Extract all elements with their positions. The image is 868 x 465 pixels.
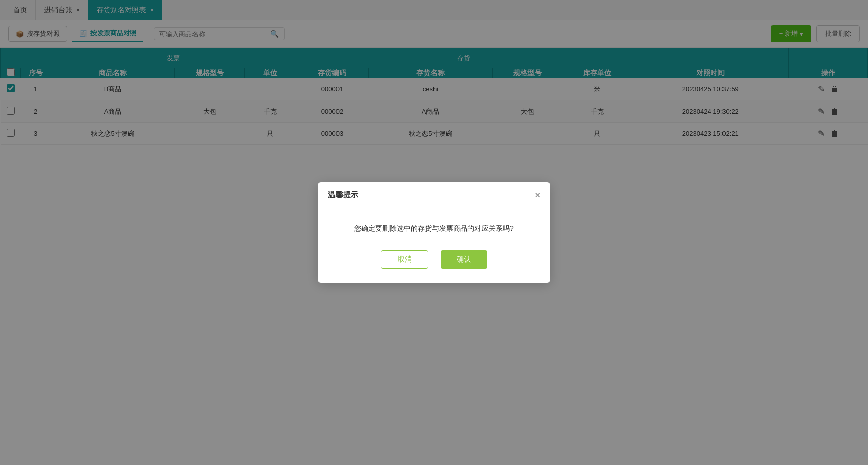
dialog-title: 温馨提示 — [328, 190, 358, 200]
dialog-cancel-button[interactable]: 取消 — [381, 250, 428, 269]
dialog-body: 您确定要删除选中的存货与发票商品的对应关系吗? — [318, 206, 550, 246]
confirm-dialog: 温馨提示 × 您确定要删除选中的存货与发票商品的对应关系吗? 取消 确认 — [318, 182, 550, 282]
dialog-footer: 取消 确认 — [318, 246, 550, 283]
dialog-header: 温馨提示 × — [318, 182, 550, 206]
dialog-close-icon[interactable]: × — [535, 191, 540, 200]
modal-overlay: 温馨提示 × 您确定要删除选中的存货与发票商品的对应关系吗? 取消 确认 — [0, 0, 868, 465]
dialog-message: 您确定要删除选中的存货与发票商品的对应关系吗? — [354, 224, 514, 232]
dialog-confirm-button[interactable]: 确认 — [441, 250, 487, 269]
